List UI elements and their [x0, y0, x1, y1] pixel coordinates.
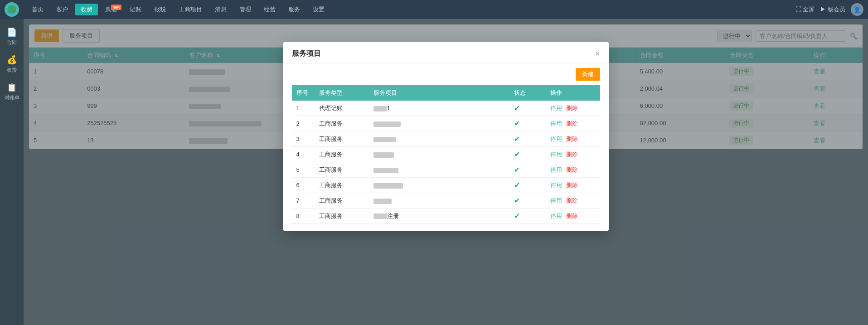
- modal-cell-action: 停用 删除: [546, 101, 600, 116]
- modal-cell-type: 工商服务: [315, 131, 369, 147]
- sidebar-label-reconciliation: 对账单: [5, 94, 19, 101]
- modal-cell-item: [369, 162, 509, 178]
- svg-text:🌿: 🌿: [9, 6, 15, 13]
- modal-cell-status: ✔: [509, 147, 546, 162]
- main-layout: 📄 合同 💰 收费 📋 对账单 新增 服务项目 进行中 已完成 已停止: [0, 19, 868, 325]
- modal-table-row: 4 工商服务 ✔ 停用 删除: [292, 147, 600, 162]
- nav-menu: 首页 客户 收费 票据 new 记账 报税 工商项目 消息 管理 经营 服务 设…: [26, 4, 795, 15]
- modal-cell-status: ✔: [509, 116, 546, 131]
- modal-cell-status: ✔: [509, 162, 546, 178]
- modal-cell-type: 工商服务: [315, 193, 369, 209]
- modal-header: 服务项目 ×: [283, 42, 609, 63]
- modal-col-type: 服务类型: [315, 85, 369, 101]
- nav-manage[interactable]: 管理: [234, 4, 257, 15]
- new-badge: new: [111, 5, 121, 10]
- modal-cell-item: [369, 178, 509, 193]
- stop-button[interactable]: 停用: [550, 213, 562, 219]
- modal-cell-item: [369, 147, 509, 162]
- modal-cell-type: 工商服务: [315, 162, 369, 178]
- nav-fee[interactable]: 收费: [75, 4, 98, 15]
- nav-home[interactable]: 首页: [26, 4, 49, 15]
- vip-button[interactable]: ▶ 畅会员: [820, 5, 845, 14]
- modal-new-button[interactable]: 新建: [576, 68, 600, 81]
- modal-cell-item: 注册: [369, 209, 509, 224]
- modal-cell-action: 停用 删除: [546, 116, 600, 131]
- sidebar: 📄 合同 💰 收费 📋 对账单: [0, 19, 24, 325]
- modal-cell-seq: 8: [292, 209, 315, 224]
- modal-cell-action: 停用 删除: [546, 162, 600, 178]
- modal-cell-status: ✔: [509, 101, 546, 116]
- modal-table-row: 8 工商服务 注册 ✔ 停用 删除: [292, 209, 600, 224]
- delete-button[interactable]: 删除: [566, 197, 578, 204]
- app-logo: 🌿: [5, 2, 19, 17]
- modal-cell-item: [369, 116, 509, 131]
- modal-table-row: 2 工商服务 ✔ 停用 删除: [292, 116, 600, 131]
- modal-table-row: 6 工商服务 ✔ 停用 删除: [292, 178, 600, 193]
- nav-settings[interactable]: 设置: [307, 4, 330, 15]
- modal-cell-seq: 4: [292, 147, 315, 162]
- modal-cell-seq: 5: [292, 162, 315, 178]
- modal-cell-status: ✔: [509, 193, 546, 209]
- modal-cell-seq: 3: [292, 131, 315, 147]
- stop-button[interactable]: 停用: [550, 136, 562, 142]
- stop-button[interactable]: 停用: [550, 197, 562, 204]
- delete-button[interactable]: 删除: [566, 136, 578, 142]
- modal-col-status: 状态: [509, 85, 546, 101]
- modal-col-item: 服务项目: [369, 85, 509, 101]
- modal-cell-type: 工商服务: [315, 147, 369, 162]
- sidebar-item-contract[interactable]: 📄 合同: [1, 24, 23, 49]
- modal-cell-action: 停用 删除: [546, 131, 600, 147]
- modal-cell-seq: 2: [292, 116, 315, 131]
- modal-cell-action: 停用 删除: [546, 209, 600, 224]
- modal-body: 序号 服务类型 服务项目 状态 操作 1 代理记账 1 ✔: [283, 85, 609, 231]
- modal-table-row: 1 代理记账 1 ✔ 停用 删除: [292, 101, 600, 116]
- nav-service[interactable]: 服务: [283, 4, 305, 15]
- modal-cell-type: 代理记账: [315, 101, 369, 116]
- contract-icon: 📄: [7, 27, 17, 37]
- content-area: 新增 服务项目 进行中 已完成 已停止 🔍 序号 合同编码 ⇅: [24, 19, 868, 325]
- nav-tax[interactable]: 报税: [149, 4, 171, 15]
- modal-cell-item: 1: [369, 101, 509, 116]
- service-item-modal: 服务项目 × 新建 序号 服务类型 服务项目 状态 操作: [283, 42, 609, 231]
- stop-button[interactable]: 停用: [550, 166, 562, 173]
- sidebar-item-reconciliation[interactable]: 📋 对账单: [1, 79, 23, 105]
- delete-button[interactable]: 删除: [566, 120, 578, 127]
- modal-cell-type: 工商服务: [315, 209, 369, 224]
- nav-right-area: ⛶ 全屏 ▶ 畅会员 👤: [795, 3, 863, 16]
- fullscreen-button[interactable]: ⛶ 全屏: [795, 5, 815, 14]
- delete-button[interactable]: 删除: [566, 166, 578, 173]
- stop-button[interactable]: 停用: [550, 105, 562, 112]
- modal-title: 服务项目: [292, 49, 321, 58]
- nav-customer[interactable]: 客户: [51, 4, 73, 15]
- modal-cell-status: ✔: [509, 178, 546, 193]
- user-avatar[interactable]: 👤: [851, 3, 863, 16]
- modal-cell-item: [369, 193, 509, 209]
- nav-business[interactable]: 经营: [258, 4, 281, 15]
- stop-button[interactable]: 停用: [550, 120, 562, 127]
- modal-cell-status: ✔: [509, 131, 546, 147]
- nav-message[interactable]: 消息: [209, 4, 232, 15]
- nav-accounting[interactable]: 记账: [124, 4, 147, 15]
- delete-button[interactable]: 删除: [566, 151, 578, 158]
- delete-button[interactable]: 删除: [566, 213, 578, 219]
- top-navigation: 🌿 首页 客户 收费 票据 new 记账 报税 工商项目 消息 管理 经营 服务…: [0, 0, 868, 19]
- sidebar-item-fee[interactable]: 💰 收费: [1, 51, 23, 77]
- modal-cell-seq: 6: [292, 178, 315, 193]
- sidebar-label-contract: 合同: [7, 39, 17, 46]
- stop-button[interactable]: 停用: [550, 182, 562, 189]
- modal-toolbar: 新建: [283, 63, 609, 85]
- modal-close-button[interactable]: ×: [595, 50, 600, 58]
- modal-cell-type: 工商服务: [315, 178, 369, 193]
- delete-button[interactable]: 删除: [566, 182, 578, 189]
- stop-button[interactable]: 停用: [550, 151, 562, 158]
- modal-cell-status: ✔: [509, 209, 546, 224]
- modal-cell-action: 停用 删除: [546, 193, 600, 209]
- modal-col-seq: 序号: [292, 85, 315, 101]
- modal-table-row: 5 工商服务 ✔ 停用 删除: [292, 162, 600, 178]
- nav-industry[interactable]: 工商项目: [173, 4, 208, 15]
- modal-cell-type: 工商服务: [315, 116, 369, 131]
- modal-cell-seq: 7: [292, 193, 315, 209]
- nav-bill[interactable]: 票据 new: [100, 4, 122, 15]
- delete-button[interactable]: 删除: [566, 105, 578, 112]
- modal-col-action: 操作: [546, 85, 600, 101]
